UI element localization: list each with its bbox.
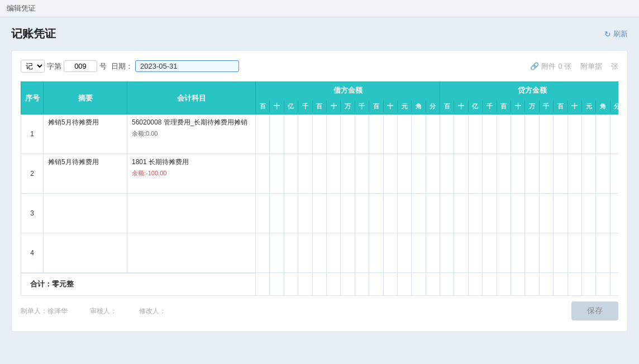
th-credit-digits: 百 十 亿 千 百 十 万 千 百 十 元 角	[440, 99, 619, 114]
cell-debit-2[interactable]	[256, 194, 440, 233]
zhang-label: 张	[611, 61, 618, 71]
d1: 百	[256, 100, 269, 112]
d2: 十	[269, 100, 283, 112]
cell-credit-2[interactable]	[440, 194, 619, 233]
creator-label: 制单人：	[21, 307, 47, 315]
credit-digit-cells: 百 十 亿 千 百 十 万 千 百 十 元 角	[440, 100, 618, 112]
c7: 万	[524, 100, 538, 112]
c2: 十	[454, 100, 468, 112]
th-account: 会计科目	[127, 82, 256, 114]
date-group: 日期：	[111, 60, 239, 72]
voucher-table-wrapper: 序号 摘要 会计科目 借方金额 贷方金额 百 十 亿 千	[21, 82, 618, 296]
d6: 十	[326, 100, 340, 112]
date-label: 日期：	[111, 61, 133, 71]
reviewer-label: 审核人：	[90, 307, 117, 315]
d3: 亿	[284, 100, 298, 112]
cell-account-1[interactable]: 1801 长期待摊费用余额:-100.00	[127, 154, 256, 194]
cell-seq-2: 3	[21, 194, 44, 233]
cell-debit-3[interactable]	[256, 233, 440, 273]
hao-label: 号	[99, 61, 107, 71]
d13: 分	[426, 100, 440, 112]
attachment-count: 0 张	[558, 61, 571, 71]
cell-credit-0[interactable]	[440, 114, 619, 154]
cell-account-3[interactable]	[127, 233, 256, 273]
number-input[interactable]	[64, 60, 97, 72]
table-header-row1: 序号 摘要 会计科目 借方金额 贷方金额	[21, 82, 619, 99]
cell-seq-3: 4	[21, 233, 44, 273]
creator-info: 制单人：徐泽华	[21, 306, 68, 316]
attachment-info: 🔗 附件 0 张	[530, 61, 571, 71]
cell-debit-0[interactable]	[256, 114, 440, 154]
d5: 百	[312, 100, 326, 112]
c1: 百	[440, 100, 454, 112]
cell-summary-0[interactable]: 摊销5月待摊费用	[44, 114, 127, 154]
d9: 百	[369, 100, 383, 112]
modifier-info: 修改人：	[139, 306, 166, 316]
type-select[interactable]: 记	[21, 60, 45, 73]
attachment-icon: 🔗	[530, 62, 539, 70]
creator-name: 徐泽华	[47, 307, 68, 315]
cell-seq-1: 2	[21, 154, 44, 194]
table-row[interactable]: 3	[21, 194, 619, 233]
fuju-label: 附单据	[580, 62, 602, 70]
d11: 元	[397, 100, 411, 112]
cell-account-2[interactable]	[127, 194, 256, 233]
cell-summary-1[interactable]: 摊销5月待摊费用	[44, 154, 127, 194]
d8: 千	[355, 100, 369, 112]
cell-seq-0: 1	[21, 114, 44, 154]
cell-debit-1[interactable]	[256, 154, 440, 194]
th-debit: 借方金额	[256, 82, 440, 99]
main-container: 记账凭证 ↻ 刷新 记 字第 号 日期： 🔗 附件	[0, 17, 639, 364]
date-input[interactable]	[135, 60, 239, 72]
d7: 万	[340, 100, 354, 112]
refresh-button[interactable]: ↻ 刷新	[604, 29, 628, 39]
debit-digit-cells: 百 十 亿 千 百 十 万 千 百 十 元 角	[256, 100, 440, 112]
c11: 元	[581, 100, 595, 112]
th-seq: 序号	[21, 82, 44, 114]
table-row[interactable]: 1摊销5月待摊费用56020008 管理费用_长期待摊费用摊销余额:0.00	[21, 114, 619, 154]
cell-summary-2[interactable]	[44, 194, 127, 233]
c13: 分	[610, 100, 618, 112]
voucher-meta: 记 字第 号 日期： 🔗 附件 0 张 附单据 张	[21, 60, 618, 73]
reviewer-info: 审核人：	[90, 306, 117, 316]
c5: 百	[497, 100, 511, 112]
c4: 千	[482, 100, 496, 112]
meta-right: 🔗 附件 0 张 附单据 张	[530, 61, 618, 71]
c8: 千	[539, 100, 553, 112]
fuju-button[interactable]: 附单据	[580, 61, 602, 71]
th-debit-digits: 百 十 亿 千 百 十 万 千 百 十 元 角	[256, 99, 440, 114]
voucher-card: 记 字第 号 日期： 🔗 附件 0 张 附单据 张	[11, 50, 628, 332]
type-group: 记 字第 号	[21, 60, 107, 73]
refresh-icon: ↻	[604, 30, 611, 39]
modifier-label: 修改人：	[139, 307, 166, 315]
table-row[interactable]: 2摊销5月待摊费用1801 长期待摊费用余额:-100.00	[21, 154, 619, 194]
save-button[interactable]: 保存	[571, 301, 618, 320]
cell-credit-3[interactable]	[440, 233, 619, 273]
total-row: 合计：零元整	[21, 273, 619, 296]
cell-account-0[interactable]: 56020008 管理费用_长期待摊费用摊销余额:0.00	[127, 114, 256, 154]
window-title: 编辑凭证	[7, 4, 36, 12]
d12: 角	[411, 100, 425, 112]
page-title: 记账凭证	[11, 26, 56, 41]
window-title-bar: 编辑凭证	[0, 0, 639, 17]
zi-label: 字第	[47, 61, 61, 71]
c3: 亿	[468, 100, 482, 112]
c6: 十	[511, 100, 524, 112]
c12: 角	[595, 100, 609, 112]
page-header: 记账凭证 ↻ 刷新	[11, 26, 628, 41]
refresh-label: 刷新	[613, 29, 628, 39]
th-summary: 摘要	[44, 82, 127, 114]
c10: 十	[568, 100, 581, 112]
cell-summary-3[interactable]	[44, 233, 127, 273]
footer-right: 保存	[571, 301, 618, 320]
d4: 千	[298, 100, 312, 112]
attachment-label: 附件	[541, 61, 556, 71]
c9: 百	[553, 100, 567, 112]
footer-info: 制单人：徐泽华 审核人： 修改人： 保存	[21, 296, 618, 323]
cell-credit-1[interactable]	[440, 154, 619, 194]
table-row[interactable]: 4	[21, 233, 619, 273]
th-credit: 贷方金额	[440, 82, 619, 99]
d10: 十	[383, 100, 397, 112]
voucher-table: 序号 摘要 会计科目 借方金额 贷方金额 百 十 亿 千	[21, 82, 618, 296]
